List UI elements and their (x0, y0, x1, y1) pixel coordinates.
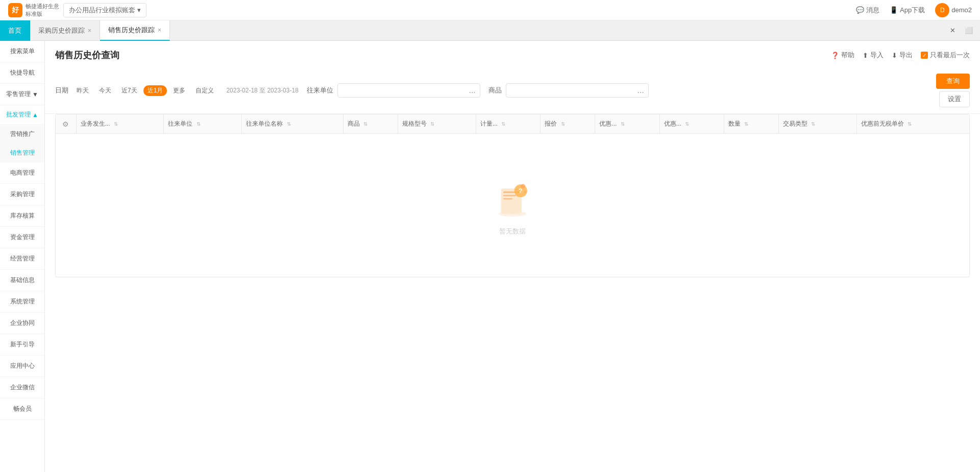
sidebar-item-guide[interactable]: 新手引导 (0, 334, 44, 356)
sidebar-item-enterprise[interactable]: 企业协同 (0, 313, 44, 334)
message-action[interactable]: 💬 消息 (856, 6, 879, 15)
import-icon: ⬆ (863, 52, 868, 59)
sort-arrows-price: ⇅ (561, 121, 565, 127)
app-download-action[interactable]: 📱 App下载 (890, 6, 925, 15)
sidebar-item-operations[interactable]: 经营管理 (0, 248, 44, 270)
sidebar-item-ecommerce[interactable]: 电商管理 (0, 162, 44, 184)
th-discount2[interactable]: 优惠... ⇅ (659, 114, 724, 134)
th-partner-code[interactable]: 往来单位 ⇅ (164, 114, 242, 134)
date-btn-today[interactable]: 今天 (95, 85, 115, 96)
logo-text: 畅捷通好生意 标准版 (26, 3, 59, 17)
date-label: 日期 (55, 86, 68, 95)
th-price[interactable]: 报价 ⇅ (541, 114, 595, 134)
svg-point-8 (524, 191, 527, 194)
sort-arrows-partner-code: ⇅ (197, 121, 201, 127)
sidebar-item-member[interactable]: 畅会员 (0, 398, 44, 420)
goods-label: 商品 (488, 86, 502, 95)
page-header: 销售历史价查询 ❓ 帮助 ⬆ 导入 ⬇ 导出 ✓ (45, 41, 980, 67)
date-btn-custom[interactable]: 自定义 (191, 85, 218, 96)
tab-purchase-close[interactable]: × (88, 27, 91, 34)
th-date[interactable]: 业务发生... ⇅ (76, 114, 164, 134)
partner-label: 往来单位 (307, 86, 333, 95)
import-btn[interactable]: ⬆ 导入 (863, 51, 884, 60)
date-btn-7days[interactable]: 近7天 (117, 85, 141, 96)
tab-actions: ✕ ⬜ (946, 25, 980, 37)
date-btn-1month[interactable]: 近1月 (143, 85, 167, 96)
th-settings[interactable]: ⚙ (56, 114, 76, 134)
sidebar-item-app-center[interactable]: 应用中心 (0, 356, 44, 377)
sidebar-item-wholesale[interactable]: 批发管理 ▲ (0, 105, 44, 125)
tab-home[interactable]: 首页 (0, 20, 30, 41)
sidebar-item-search[interactable]: 搜索菜单 (0, 41, 44, 62)
sidebar-item-purchase[interactable]: 采购管理 (0, 184, 44, 205)
th-unit[interactable]: 计量... ⇅ (476, 114, 540, 134)
tab-purchase-label: 采购历史价跟踪 (38, 26, 85, 35)
empty-text: 暂无数据 (499, 227, 526, 236)
th-discount1[interactable]: 优惠... ⇅ (595, 114, 659, 134)
sort-arrows-date: ⇅ (114, 121, 118, 127)
goods-filter: 商品 ... (488, 83, 649, 98)
sidebar-item-marketing[interactable]: 营销推广 (0, 125, 44, 144)
sidebar-item-retail[interactable]: 零售管理 ▼ (0, 84, 44, 105)
date-btn-more[interactable]: 更多 (169, 85, 189, 96)
tab-purchase[interactable]: 采购历史价跟踪 × (30, 20, 100, 41)
table-settings-icon[interactable]: ⚙ (62, 120, 69, 128)
export-icon: ⬇ (892, 52, 897, 59)
sort-arrows-discount1: ⇅ (621, 121, 625, 127)
sort-arrows-spec: ⇅ (430, 121, 434, 127)
empty-state-row: ? 暂无数据 (56, 134, 969, 277)
avatar: D (935, 3, 949, 17)
sort-arrows-partner-name: ⇅ (287, 121, 291, 127)
tab-home-label: 首页 (8, 26, 21, 35)
app-selector[interactable]: 办公用品行业模拟账套 ▾ (63, 3, 146, 17)
sidebar-item-system[interactable]: 系统管理 (0, 291, 44, 313)
goods-input[interactable]: ... (506, 83, 649, 98)
sort-arrows-trade-type: ⇅ (811, 121, 815, 127)
sidebar-item-wechat[interactable]: 企业微信 (0, 377, 44, 398)
partner-input[interactable]: ... (337, 83, 480, 98)
export-btn[interactable]: ⬇ 导出 (892, 51, 913, 60)
empty-illustration: ? (489, 175, 535, 221)
tab-sales-label: 销售历史价跟踪 (108, 26, 155, 35)
tab-sales[interactable]: 销售历史价跟踪 × (100, 20, 170, 41)
main-layout: 搜索菜单 快捷导航 零售管理 ▼ 批发管理 ▲ 营销推广 销售管理 电商管理 采… (0, 41, 980, 472)
table-header-row: ⚙ 业务发生... ⇅ 往来单位 ⇅ 往来单位名称 (56, 114, 969, 134)
sort-arrows-quantity: ⇅ (744, 121, 748, 127)
chevron-down-icon: ▾ (137, 6, 141, 14)
th-quantity[interactable]: 数量 ⇅ (724, 114, 778, 134)
filter-row: 日期 昨天 今天 近7天 近1月 更多 自定义 2023-02-18 至 202… (55, 74, 970, 107)
svg-rect-3 (503, 195, 516, 197)
tab-sales-close[interactable]: × (158, 27, 161, 34)
help-btn[interactable]: ❓ 帮助 (831, 51, 854, 60)
sort-arrows-pretax: ⇅ (908, 121, 912, 127)
tab-bar: 首页 采购历史价跟踪 × 销售历史价跟踪 × ✕ ⬜ (0, 20, 980, 41)
sidebar-item-quick-nav[interactable]: 快捷导航 (0, 62, 44, 84)
query-button[interactable]: 查询 (936, 74, 970, 89)
settings-button[interactable]: 设置 (939, 91, 970, 107)
svg-text:?: ? (519, 187, 523, 195)
tab-maximize-window[interactable]: ⬜ (963, 25, 975, 37)
download-icon: 📱 (890, 6, 898, 14)
sidebar-item-finance[interactable]: 资金管理 (0, 227, 44, 248)
tab-close-window[interactable]: ✕ (946, 25, 959, 37)
th-goods[interactable]: 商品 ⇅ (343, 114, 398, 134)
filter-area: 日期 昨天 今天 近7天 近1月 更多 自定义 2023-02-18 至 202… (45, 67, 980, 114)
th-trade-type[interactable]: 交易类型 ⇅ (779, 114, 857, 134)
date-btn-yesterday[interactable]: 昨天 (72, 85, 93, 96)
sort-arrows-discount2: ⇅ (685, 121, 689, 127)
chevron-down-icon: ▼ (32, 91, 38, 98)
user-profile[interactable]: D demo2 (935, 3, 972, 17)
date-filter: 日期 昨天 今天 近7天 近1月 更多 自定义 (55, 85, 218, 96)
sidebar-item-inventory[interactable]: 库存核算 (0, 205, 44, 227)
sort-arrows-unit: ⇅ (501, 121, 505, 127)
th-partner-name[interactable]: 往来单位名称 ⇅ (242, 114, 344, 134)
show-last-only-checkbox[interactable]: ✓ 只看最后一次 (921, 51, 970, 60)
sidebar-item-sales-mgmt[interactable]: 销售管理 (0, 144, 44, 162)
th-pretax-price[interactable]: 优惠前无税单价 ⇅ (857, 114, 969, 134)
svg-point-7 (521, 184, 525, 188)
th-spec[interactable]: 规格型号 ⇅ (398, 114, 476, 134)
partner-filter: 往来单位 ... (307, 83, 480, 98)
sidebar-item-basic-info[interactable]: 基础信息 (0, 270, 44, 291)
logo-area: 好 畅捷通好生意 标准版 (8, 3, 59, 17)
sidebar-wholesale-label: 批发管理 (6, 110, 31, 119)
